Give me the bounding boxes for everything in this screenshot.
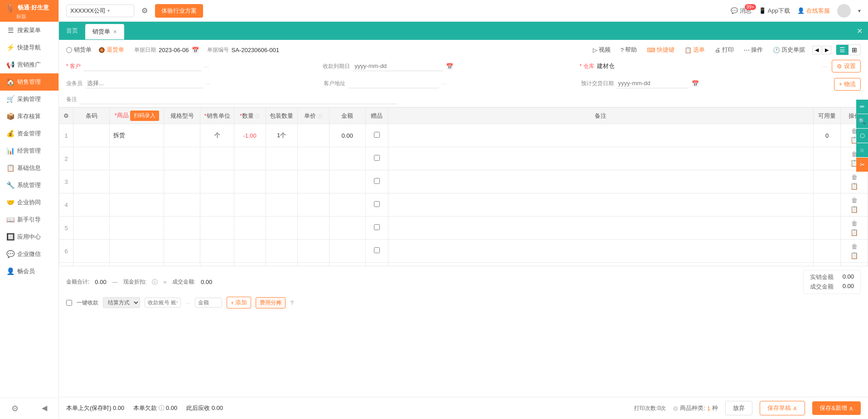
row-unit[interactable]: 个 bbox=[200, 124, 234, 147]
payment-due-calendar-icon[interactable]: 📅 bbox=[446, 63, 453, 70]
customer-addr-dots[interactable]: ··· bbox=[441, 80, 446, 87]
row-price[interactable] bbox=[297, 240, 329, 263]
row-unit[interactable] bbox=[200, 147, 234, 170]
row-qty[interactable] bbox=[234, 193, 266, 217]
row-gift[interactable] bbox=[365, 124, 388, 147]
row-price[interactable] bbox=[297, 124, 329, 147]
tab-close-icon[interactable]: ✕ bbox=[113, 29, 117, 35]
row-copy-btn[interactable]: 📋 bbox=[849, 205, 860, 214]
grid-view-btn[interactable]: ⊞ bbox=[849, 45, 860, 55]
row-amount[interactable]: 0.00 bbox=[329, 124, 365, 147]
table-scroll-area[interactable]: ⚙ 条码 *商品 扫码录入 规格型号 *销售单位 *数量 ⓘ 包装数量 单价 ⓘ… bbox=[59, 107, 868, 266]
save-new-btn[interactable]: 保存&新增 ∧ bbox=[812, 401, 861, 415]
salesperson-dots[interactable]: ··· bbox=[206, 80, 211, 87]
tabbar-close-all-btn[interactable]: ✕ bbox=[851, 23, 868, 39]
row-spec[interactable] bbox=[164, 240, 200, 263]
sidebar-item-operation[interactable]: 📊 经营管理 bbox=[0, 142, 58, 159]
row-unit[interactable] bbox=[200, 170, 234, 193]
user-info[interactable]: ▾ bbox=[858, 8, 861, 14]
history-btn[interactable]: 🕐 历史单据 bbox=[770, 44, 808, 55]
row-product[interactable] bbox=[110, 147, 164, 170]
row-copy-btn[interactable]: 📋 bbox=[849, 251, 860, 260]
row-amount[interactable] bbox=[329, 263, 365, 266]
sidebar-item-marketing[interactable]: 📢 营销推广 bbox=[0, 56, 58, 73]
row-qty[interactable]: -1.00 bbox=[234, 124, 266, 147]
row-amount[interactable] bbox=[329, 147, 365, 170]
row-product[interactable]: 拆货 bbox=[110, 124, 164, 147]
row-gift[interactable] bbox=[365, 193, 388, 217]
row-qty[interactable] bbox=[234, 240, 266, 263]
sidebar-item-sales[interactable]: 🏠 销售管理 bbox=[0, 73, 58, 91]
app-download-btn[interactable]: 📱 App下载 bbox=[759, 7, 790, 15]
select-order-btn[interactable]: 📋 选单 bbox=[682, 44, 708, 55]
print-btn[interactable]: 🖨 打印 bbox=[712, 44, 737, 55]
row-product[interactable] bbox=[110, 193, 164, 217]
row-spec[interactable] bbox=[164, 170, 200, 193]
row-barcode[interactable] bbox=[73, 147, 110, 170]
row-product[interactable] bbox=[110, 217, 164, 240]
tab-sales-order[interactable]: 销货单 ✕ bbox=[85, 24, 124, 39]
row-price[interactable] bbox=[297, 170, 329, 193]
row-pack[interactable] bbox=[266, 147, 297, 170]
row-pack[interactable] bbox=[266, 240, 297, 263]
row-unit[interactable] bbox=[200, 193, 234, 217]
row-barcode[interactable] bbox=[73, 124, 110, 147]
save-draft-btn[interactable]: 保存草稿 ∧ bbox=[760, 401, 805, 415]
row-price[interactable] bbox=[297, 193, 329, 217]
settlement-method-select[interactable]: 结算方式 bbox=[103, 297, 140, 308]
expected-calendar-icon[interactable]: 📅 bbox=[692, 80, 699, 87]
row-pack[interactable] bbox=[266, 263, 297, 266]
row-gift[interactable] bbox=[365, 147, 388, 170]
right-panel-edit[interactable]: ✏ bbox=[856, 100, 868, 114]
row-spec[interactable] bbox=[164, 263, 200, 266]
row-product[interactable] bbox=[110, 170, 164, 193]
sidebar-item-system[interactable]: 🔧 系统管理 bbox=[0, 177, 58, 194]
total-owed-help[interactable]: ⓘ bbox=[159, 405, 165, 411]
row-note[interactable] bbox=[388, 124, 813, 147]
row-amount[interactable] bbox=[329, 240, 365, 263]
row-barcode[interactable] bbox=[73, 217, 110, 240]
right-panel-hex[interactable]: ⬡ bbox=[856, 129, 868, 143]
topbar-gear-btn[interactable]: ⚙ bbox=[140, 5, 150, 17]
row-note[interactable] bbox=[388, 263, 813, 266]
sidebar-item-quick-nav[interactable]: ⚡ 快捷导航 bbox=[0, 39, 58, 56]
row-gift[interactable] bbox=[365, 170, 388, 193]
sidebar-item-search[interactable]: ☰ 搜索菜单 bbox=[0, 22, 58, 39]
row-amount[interactable] bbox=[329, 170, 365, 193]
tab-home[interactable]: 首页 bbox=[59, 23, 85, 39]
form-settings-btn[interactable]: ⚙ 设置 bbox=[832, 60, 861, 72]
row-delete-btn[interactable]: 🗑 bbox=[849, 196, 859, 205]
row-pack[interactable] bbox=[266, 193, 297, 217]
right-panel-search[interactable]: 🔍 bbox=[856, 114, 868, 128]
row-gift[interactable] bbox=[365, 240, 388, 263]
logistics-btn[interactable]: + 物流 bbox=[834, 78, 861, 91]
row-barcode[interactable] bbox=[73, 170, 110, 193]
prev-record-btn[interactable]: ◀ bbox=[812, 46, 821, 54]
row-note[interactable] bbox=[388, 217, 813, 240]
operation-btn[interactable]: ⋯ 操作 bbox=[741, 44, 766, 55]
row-spec[interactable] bbox=[164, 217, 200, 240]
row-unit[interactable] bbox=[200, 240, 234, 263]
expense-split-btn[interactable]: 费用分摊 bbox=[256, 297, 286, 308]
row-note[interactable] bbox=[388, 240, 813, 263]
discount-help-icon[interactable]: ⓘ bbox=[152, 278, 158, 286]
row-gift[interactable] bbox=[365, 217, 388, 240]
help-btn[interactable]: ? 帮助 bbox=[618, 44, 640, 55]
salesperson-input[interactable] bbox=[85, 78, 203, 88]
video-btn[interactable]: ▷ 视频 bbox=[590, 44, 613, 55]
row-barcode[interactable] bbox=[73, 240, 110, 263]
message-btn[interactable]: 💬 消息 99+ bbox=[731, 7, 752, 15]
row-qty[interactable] bbox=[234, 147, 266, 170]
row-delete-btn[interactable]: 🗑 bbox=[849, 219, 859, 228]
warehouse-dots[interactable]: ··· bbox=[822, 63, 827, 70]
row-unit[interactable] bbox=[200, 217, 234, 240]
sidebar-collapse-btn[interactable]: ◀ bbox=[42, 404, 47, 414]
sidebar-item-wechat[interactable]: 💬 企业微信 bbox=[0, 246, 58, 263]
user-avatar[interactable] bbox=[837, 4, 851, 18]
row-barcode[interactable] bbox=[73, 263, 110, 266]
sidebar-item-member[interactable]: 👤 畅会员 bbox=[0, 263, 58, 280]
customer-input[interactable] bbox=[83, 61, 201, 71]
add-payment-btn[interactable]: + 添加 bbox=[227, 297, 252, 308]
row-gift[interactable] bbox=[365, 263, 388, 266]
row-product[interactable] bbox=[110, 240, 164, 263]
